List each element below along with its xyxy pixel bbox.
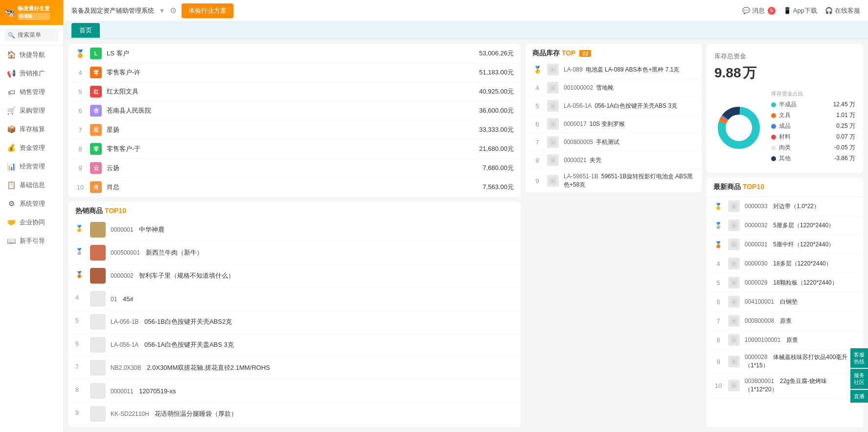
lr-icon: G (728, 219, 740, 231)
legend-item: 材料 0.07 万 (771, 133, 855, 141)
lr-badge: 10 (713, 381, 723, 390)
settings-icon[interactable]: ⚙ (170, 6, 177, 15)
list-item: 🥉 0000002 智利车子里（规格不知道填什么） (69, 264, 521, 288)
inventory-amount: 9.88 万 (714, 64, 855, 82)
sidebar-item-purchase[interactable]: 🛒采购管理 (0, 101, 63, 120)
product-info: 0000011 12070519-xs (111, 387, 514, 395)
hot-products-title: 热销商品 TOP10 (69, 202, 521, 218)
cs-community-btn[interactable]: 服务社区 (850, 369, 868, 389)
pr-icon: G (547, 118, 559, 130)
sidebar-item-home[interactable]: 🏠快捷导航 (0, 46, 63, 64)
hot-products-highlight: TOP10 (105, 207, 126, 215)
donut-chart (714, 103, 763, 152)
sidebar-item-marketing[interactable]: 📢营销推广 (0, 64, 63, 83)
product-code: 01 (111, 296, 117, 303)
product-name: 花语萌恒温分腿睡袋（厚款） (155, 410, 237, 417)
sidebar-item-system[interactable]: ⚙系统管理 (0, 194, 63, 213)
product-thumb (90, 268, 106, 284)
dropdown-icon[interactable]: ▼ (159, 7, 165, 14)
rank-num: 5 (75, 88, 85, 96)
sidebar-item-operations[interactable]: 📊经营管理 (0, 157, 63, 176)
sidebar-item-sales[interactable]: 🏷销售管理 (0, 83, 63, 101)
product-name: 智利车子里（规格不知道填什么） (139, 272, 234, 279)
sidebar-item-base[interactable]: 📋基础信息 (0, 176, 63, 194)
list-item: 🥉 G 0000031 5厘中纤（1220*2440） (707, 235, 863, 254)
rank-badge: 10 (75, 182, 85, 192)
nav-icon-inventory: 📦 (7, 125, 16, 134)
legend-label: 文具 (779, 111, 833, 120)
legend-dot (771, 102, 776, 107)
sidebar-item-guide[interactable]: 📖新手引导 (0, 232, 63, 250)
rank-badge: 8 (75, 144, 85, 154)
table-row: 7 星 星扬 33,333.00元 (69, 120, 521, 140)
middle-column: 🏅 L LS 客户 53,006.26元 4 零 零售客户-许 51,183.0… (69, 44, 521, 427)
inventory-value: 9.88 (714, 65, 741, 80)
sidebar-item-inventory[interactable]: 📦库存核算 (0, 120, 63, 139)
nav-label-base: 基础信息 (20, 181, 45, 190)
online-support-label: 在线客服 (835, 6, 860, 15)
product-name: 12070519-xs (139, 387, 176, 395)
product-thumb (90, 291, 106, 307)
pr-icon: G (547, 136, 559, 148)
list-item: 9 KK-SD22110H 花语萌恒温分腿睡袋（厚款） (69, 403, 521, 426)
lr-name: 原查 (780, 317, 792, 324)
system-name[interactable]: 装备及固定资产辅助管理系统 (71, 6, 154, 15)
legend-items: 半成品 12.45 万 文具 1.01 万 成品 0.25 万 材料 0.07 … (771, 100, 855, 163)
legend-dot (771, 156, 776, 161)
legend-label: 肉类 (779, 144, 831, 152)
legend-label: 其他 (779, 154, 831, 163)
sidebar-item-enterprise[interactable]: 🤝企业协同 (0, 213, 63, 232)
rank-avatar: 零 (90, 67, 102, 78)
list-item: 🥈 G 0000032 5厘多层（1220*2440） (707, 216, 863, 235)
nav-label-purchase: 采购管理 (20, 106, 45, 115)
lr-icon: G (728, 380, 740, 391)
product-thumb (90, 406, 106, 422)
rank-amount: 7,563.00元 (482, 183, 514, 192)
legend-item: 其他 -3.86 万 (771, 154, 855, 163)
svg-text:G: G (551, 104, 554, 108)
cs-hotline-btn[interactable]: 客服热线 (850, 348, 868, 368)
nav-label-system: 系统管理 (20, 199, 45, 208)
pr-name: 000001710S 变刹罗猴 (564, 120, 695, 128)
app-badge: 标准版 (18, 13, 50, 20)
pr-badge: 9 (532, 176, 542, 186)
cs-live-btn[interactable]: 直播 (850, 390, 868, 403)
legend-value: -0.05 万 (834, 144, 855, 152)
inventory-title: 库存总资金 (714, 52, 855, 61)
nav-label-marketing: 营销推广 (20, 69, 45, 78)
lr-name: 原查 (786, 336, 798, 343)
lr-name: 5厘中纤（1220*2440） (773, 241, 834, 248)
notifications-item[interactable]: 💬 消息 6 (742, 6, 776, 15)
table-row: 6 杏 苍南县人民医院 36,600.00元 (69, 101, 521, 120)
app-logo: 🐄 畅捷通好生意 标准版 (0, 0, 63, 25)
online-support-item[interactable]: 🎧 在线客服 (825, 6, 860, 15)
inventory-unit: 万 (743, 65, 756, 80)
inventory-card: 库存总资金 9.88 万 (707, 44, 863, 173)
product-info: 0000001 中华神鹿 (111, 225, 514, 234)
list-item: 7 NB2.0X30B 2.0X30MM双搓花轴,搓花直径2.1MM/ROHS (69, 357, 521, 380)
sidebar-item-finance[interactable]: 💰资金管理 (0, 139, 63, 157)
rank-amount: 53,006.26元 (479, 49, 514, 58)
product-name: 新西兰牛肉（新牛） (146, 249, 203, 256)
rank-avatar: 杏 (90, 105, 102, 117)
product-code: 0000011 (111, 388, 134, 395)
lr-info: 003800001 22g鱼豆腐-烧烤味（1*12*20） (745, 377, 856, 394)
lr-icon: G (728, 315, 740, 327)
tab-home[interactable]: 首页 (71, 23, 100, 38)
search-menu-button[interactable]: 🔍 搜索菜单 (5, 29, 58, 41)
product-thumb (90, 360, 106, 376)
lr-code: 0000033 (745, 203, 768, 210)
lr-code: 0000028 (745, 354, 768, 360)
trial-button[interactable]: 体验行业方案 (182, 3, 233, 18)
rank-avatar: 云 (90, 162, 102, 174)
rank-num: 6 (75, 107, 85, 115)
legend-item: 半成品 12.45 万 (771, 100, 855, 109)
legend-dot (771, 124, 776, 129)
lr-code: 10000100001 (745, 336, 780, 343)
lr-code: 0000029 (745, 279, 768, 286)
legend-dot (771, 113, 776, 118)
table-row: 7 G 000800005手机测试 (525, 133, 702, 151)
app-download-item[interactable]: 📱 App下载 (783, 6, 817, 15)
table-row: 🏅 L LS 客户 53,006.26元 (69, 44, 521, 63)
legend-value: 1.01 万 (836, 111, 855, 120)
